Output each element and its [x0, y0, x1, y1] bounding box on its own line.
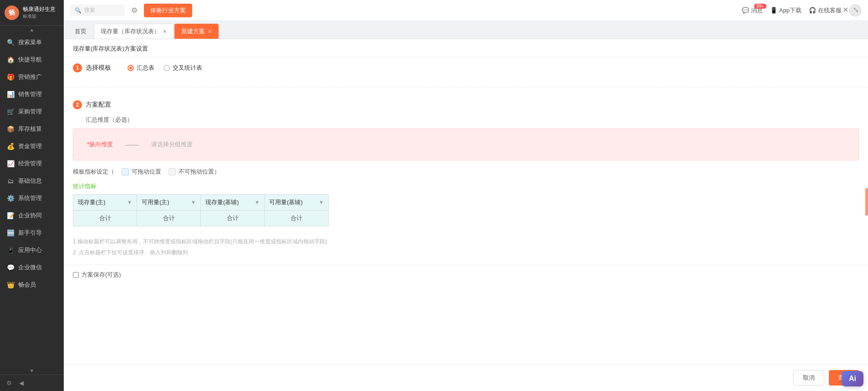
tab-inventory-close[interactable]: ✕	[163, 29, 167, 35]
app-download-item[interactable]: 📱 App下载	[770, 6, 802, 15]
cancel-button[interactable]: 取消	[793, 370, 824, 386]
indicator-fixed-box	[168, 168, 176, 175]
search-placeholder: 搜索	[84, 6, 95, 14]
save-option-label: 方案保存(可选)	[82, 271, 121, 279]
col-1-chevron[interactable]: ▼	[191, 200, 196, 205]
operations-icon: 📈	[6, 159, 15, 168]
close-window-btn[interactable]: ✕	[842, 5, 848, 14]
tab-inventory[interactable]: 现存量（库存状况表） ✕	[94, 24, 174, 39]
page-title: 现存量(库存状况表)方案设置	[64, 39, 868, 57]
sidebar-item-sales[interactable]: 📊 销售管理	[0, 86, 64, 103]
sidebar-bottom: ⚙ ◀	[0, 375, 64, 391]
tab-new-scheme-close[interactable]: ✕	[208, 29, 212, 35]
tab-new-scheme-label: 新建方案	[181, 27, 205, 36]
sidebar-item-basic[interactable]: 🗂 基础信息	[0, 172, 64, 190]
dim-placeholder: 请选择分组维度	[151, 140, 193, 149]
stats-col-2-label: 现存量(基辅)	[205, 198, 239, 206]
indicator-fixed-label: 不可拖动位置）	[179, 168, 220, 176]
ai-float-button[interactable]: Ai	[842, 371, 863, 386]
sidebar-item-purchase-label: 采购管理	[18, 108, 42, 116]
sidebar-scroll-up[interactable]: ▲	[0, 26, 64, 34]
headset-icon: 🎧	[809, 7, 816, 14]
search-icon: 🔍	[75, 7, 82, 14]
sidebar-item-guide-label: 新手引导	[18, 229, 42, 237]
sidebar-item-appcenter[interactable]: 📱 应用中心	[0, 242, 64, 259]
sidebar-item-member[interactable]: 👑 畅会员	[0, 276, 64, 293]
sidebar-collapse-btn[interactable]: ◀	[19, 380, 24, 386]
top-bar: 🔍 搜索 ⚙ 体验行业方案 💬 消息 99+ 📱 App下载 🎧 在线客服	[64, 0, 868, 21]
template-option-cross[interactable]: 交叉统计表	[163, 64, 202, 72]
home-icon: 🏠	[6, 56, 15, 64]
tip-0: 1.拖动标题栏可以调整布局，不可跨维度或指标区域拖动栏目字段(只能在同一维度或指…	[73, 237, 859, 247]
col-2-chevron[interactable]: ▼	[255, 200, 260, 205]
app-edition: 标准版	[23, 13, 56, 20]
sidebar-nav: 🔍 搜索菜单 🏠 快捷导航 🎁 营销推广 📊 销售管理 🛒 采购管理 📦 库存核…	[0, 34, 64, 367]
wechat-icon: 💬	[6, 263, 15, 272]
sidebar-item-marketing-label: 营销推广	[18, 73, 42, 81]
sidebar-item-wechat[interactable]: 💬 企业微信	[0, 259, 64, 276]
stats-col-1-header[interactable]: 可用量(主) ▼	[137, 195, 200, 211]
step2-title: 方案配置	[86, 101, 111, 109]
dim-config-area[interactable]: *纵向维度 —— 请选择分组维度	[73, 129, 859, 160]
step2-badge: 2	[73, 100, 82, 109]
side-scroll-hint	[865, 188, 868, 216]
radio-summary[interactable]	[128, 65, 134, 71]
sidebar-item-marketing[interactable]: 🎁 营销推广	[0, 68, 64, 86]
col-0-chevron[interactable]: ▼	[127, 200, 132, 205]
sidebar-scroll-down[interactable]: ▼	[0, 367, 64, 375]
col-3-chevron[interactable]: ▼	[319, 200, 324, 205]
stats-col-1: 可用量(主) ▼ 合计	[137, 195, 201, 226]
member-icon: 👑	[6, 281, 15, 289]
sidebar-settings-btn[interactable]: ⚙	[6, 380, 12, 386]
stats-col-2-header[interactable]: 现存量(基辅) ▼	[201, 195, 264, 211]
dim-arrow: ——	[126, 141, 138, 148]
settings-icon[interactable]: ⚙	[129, 4, 139, 16]
sidebar-item-contract[interactable]: 📝 企业协同	[0, 207, 64, 224]
sidebar-item-system[interactable]: ⚙️ 系统管理	[0, 190, 64, 207]
guide-icon: 🆕	[6, 229, 15, 237]
step2-title-row: 2 方案配置	[73, 100, 859, 109]
radio-cross[interactable]	[163, 65, 170, 71]
messages-item[interactable]: 💬 消息 99+	[742, 6, 763, 15]
tab-new-scheme[interactable]: 新建方案 ✕	[174, 24, 219, 39]
online-service-item[interactable]: 🎧 在线客服	[809, 6, 842, 15]
stats-col-0-header[interactable]: 现存量(主) ▼	[73, 195, 137, 211]
industry-btn[interactable]: 体验行业方案	[144, 4, 192, 17]
gift-icon: 🎁	[6, 73, 15, 81]
stats-col-3-label: 可用量(基辅)	[269, 198, 303, 206]
stats-table: 现存量(主) ▼ 合计 可用量(主) ▼ 合计	[73, 194, 329, 226]
phone-icon: 📱	[770, 7, 777, 14]
contract-icon: 📝	[6, 211, 15, 220]
sidebar-item-guide[interactable]: 🆕 新手引导	[0, 224, 64, 242]
expand-window-btn[interactable]: ⤡	[853, 5, 859, 14]
sidebar-item-sales-label: 销售管理	[18, 90, 42, 98]
sidebar-item-quicknav[interactable]: 🏠 快捷导航	[0, 51, 64, 68]
sidebar-item-inventory[interactable]: 📦 库存核算	[0, 120, 64, 138]
step1-badge: 1	[73, 63, 82, 72]
sidebar-item-search[interactable]: 🔍 搜索菜单	[0, 34, 64, 51]
sidebar-item-basic-label: 基础信息	[18, 177, 42, 185]
indicator-draggable-box	[122, 168, 129, 175]
system-icon: ⚙️	[6, 194, 15, 202]
stats-col-3: 可用量(基辅) ▼ 合计	[265, 195, 328, 226]
tab-home[interactable]: 首页	[68, 24, 93, 39]
stats-col-3-header[interactable]: 可用量(基辅) ▼	[265, 195, 328, 211]
indicator-draggable-label: 可拖动位置	[132, 168, 161, 176]
step1-section: 1 选择模板 汇总表 交叉统计表	[64, 57, 868, 85]
step2-section: 2 方案配置 汇总维度（必选） *纵向维度 —— 请选择分组维度 模板指标设定（…	[64, 94, 868, 265]
tab-inventory-label: 现存量（库存状况表）	[101, 27, 160, 36]
sidebar-item-finance[interactable]: 💰 资金管理	[0, 138, 64, 155]
content-area: 现存量(库存状况表)方案设置 1 选择模板 汇总表 交叉统计表	[64, 39, 868, 364]
save-checkbox[interactable]	[73, 272, 79, 278]
sidebar-item-quicknav-label: 快捷导航	[18, 56, 42, 64]
step1-title-row: 1 选择模板 汇总表 交叉统计表	[73, 63, 859, 72]
search-menu-icon: 🔍	[6, 38, 15, 46]
sidebar-item-contract-label: 企业协同	[18, 211, 42, 220]
template-option-summary[interactable]: 汇总表	[128, 64, 154, 72]
sidebar-item-purchase[interactable]: 🛒 采购管理	[0, 103, 64, 120]
indicator-settings-label: 模板指标设定（	[73, 168, 114, 176]
sidebar-logo: 畅 畅康通好生意 标准版	[0, 0, 64, 26]
sidebar-item-operations[interactable]: 📈 经营管理	[0, 155, 64, 172]
divider1	[64, 87, 868, 87]
search-bar[interactable]: 🔍 搜索	[70, 5, 125, 16]
